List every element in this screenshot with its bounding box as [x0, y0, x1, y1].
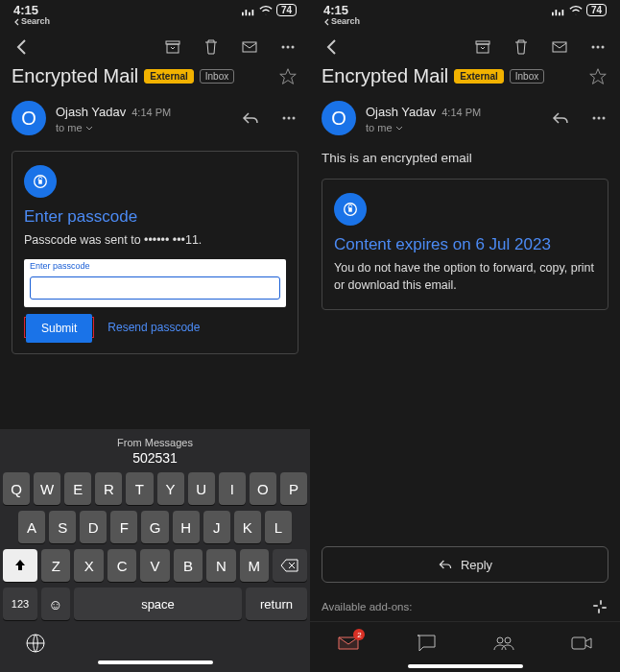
reply-button[interactable]: Reply [322, 546, 608, 583]
back-to-search[interactable]: Search [13, 17, 50, 27]
key-y[interactable]: Y [157, 472, 184, 505]
svg-point-28 [603, 117, 606, 120]
svg-rect-16 [552, 12, 554, 15]
back-to-search[interactable]: Search [323, 17, 360, 27]
svg-rect-33 [598, 609, 600, 613]
svg-rect-0 [242, 12, 244, 15]
key-x[interactable]: X [74, 549, 103, 582]
key-n[interactable]: N [206, 549, 235, 582]
keyboard-suggestion[interactable]: From Messages 502531 [3, 435, 307, 472]
avatar[interactable]: O [12, 101, 46, 135]
star-icon[interactable] [587, 66, 608, 87]
emoji-key[interactable]: ☺ [41, 588, 70, 620]
avatar[interactable]: O [322, 101, 356, 135]
key-z[interactable]: Z [41, 549, 70, 582]
svg-rect-19 [561, 10, 563, 15]
svg-point-24 [597, 46, 600, 49]
key-c[interactable]: C [107, 549, 136, 582]
message-more-icon[interactable] [589, 108, 608, 128]
space-key[interactable]: space [74, 588, 242, 620]
wifi-icon [569, 5, 583, 16]
svg-point-8 [287, 46, 290, 49]
globe-icon[interactable] [24, 632, 47, 655]
key-i[interactable]: I [219, 472, 246, 505]
key-h[interactable]: H [173, 511, 200, 543]
lock-icon [24, 165, 57, 198]
signal-icon [242, 5, 255, 16]
svg-rect-34 [600, 600, 602, 605]
key-q[interactable]: Q [3, 472, 30, 505]
passcode-title: Enter passcode [24, 207, 286, 227]
key-f[interactable]: F [110, 511, 137, 543]
home-indicator[interactable] [408, 664, 523, 668]
svg-point-11 [288, 117, 291, 120]
sender-name: Ojash Yadav [56, 105, 126, 119]
resend-link[interactable]: Resend passcode [107, 321, 200, 334]
key-r[interactable]: R [95, 472, 122, 505]
back-icon[interactable] [322, 36, 343, 58]
message-more-icon[interactable] [279, 108, 298, 128]
mail-toolbar [310, 27, 620, 61]
wifi-icon [259, 5, 273, 16]
passcode-input[interactable]: Enter passcode [24, 259, 286, 307]
keyboard-row-3: ZXCVBNM [3, 549, 307, 582]
key-k[interactable]: K [234, 511, 261, 543]
svg-rect-37 [572, 637, 585, 649]
subject: Encrypted Mail [322, 65, 448, 87]
submit-button[interactable]: Submit [26, 314, 92, 343]
reply-icon[interactable] [551, 108, 570, 128]
archive-icon[interactable] [162, 36, 183, 58]
key-p[interactable]: P [280, 472, 307, 505]
nav-spaces[interactable] [490, 632, 517, 655]
key-m[interactable]: M [240, 549, 269, 582]
key-j[interactable]: J [203, 511, 230, 543]
reply-icon[interactable] [241, 108, 260, 128]
svg-point-23 [592, 46, 595, 49]
svg-point-10 [283, 117, 286, 120]
key-u[interactable]: U [188, 472, 215, 505]
inbox-badge: Inbox [200, 69, 234, 84]
sender-time: 4:14 PM [131, 107, 171, 118]
recipient[interactable]: to me [56, 121, 222, 134]
nav-chat[interactable] [413, 632, 440, 655]
back-icon[interactable] [12, 36, 33, 58]
key-l[interactable]: L [265, 511, 292, 543]
key-o[interactable]: O [250, 472, 276, 505]
shift-key[interactable] [3, 549, 37, 582]
svg-point-36 [505, 637, 511, 643]
svg-rect-1 [245, 10, 247, 15]
key-d[interactable]: D [80, 511, 107, 543]
svg-point-35 [497, 637, 503, 643]
trash-icon[interactable] [511, 36, 532, 58]
mail-badge: 2 [353, 629, 365, 640]
return-key[interactable]: return [246, 588, 307, 620]
archive-icon[interactable] [472, 36, 493, 58]
slack-icon[interactable] [591, 598, 608, 615]
numbers-key[interactable]: 123 [3, 588, 37, 620]
svg-rect-14 [38, 180, 42, 184]
key-w[interactable]: W [34, 472, 60, 505]
svg-point-26 [593, 117, 596, 120]
trash-icon[interactable] [201, 36, 222, 58]
more-icon[interactable] [587, 36, 608, 58]
mail-icon[interactable] [549, 36, 570, 58]
key-e[interactable]: E [64, 472, 91, 505]
star-icon[interactable] [277, 66, 298, 87]
expiry-text: You do not have the option to forward, c… [334, 260, 596, 294]
key-s[interactable]: S [49, 511, 76, 543]
key-v[interactable]: V [140, 549, 169, 582]
external-badge: External [144, 69, 193, 84]
key-g[interactable]: G [141, 511, 168, 543]
svg-point-9 [292, 46, 295, 49]
nav-meet[interactable] [568, 632, 595, 655]
nav-mail[interactable]: 2 [335, 632, 362, 655]
recipient[interactable]: to me [366, 121, 532, 134]
svg-rect-32 [602, 607, 607, 609]
key-t[interactable]: T [126, 472, 153, 505]
key-a[interactable]: A [18, 511, 45, 543]
mail-icon[interactable] [239, 36, 260, 58]
key-b[interactable]: B [174, 549, 203, 582]
more-icon[interactable] [277, 36, 298, 58]
backspace-key[interactable] [273, 549, 307, 582]
home-indicator[interactable] [98, 660, 213, 664]
